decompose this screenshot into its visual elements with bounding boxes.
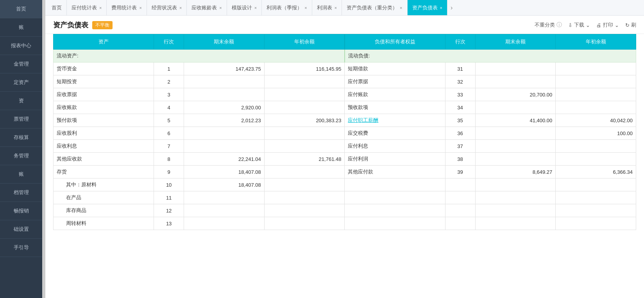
tab-close-balance[interactable]: ×	[440, 5, 442, 10]
asset-label-4: 应收账款	[54, 101, 154, 114]
end-balance-5: 2,012.23	[184, 114, 265, 127]
col-row-num: 行次	[154, 34, 184, 50]
start-balance-3	[264, 88, 345, 101]
end-balance-2	[184, 75, 265, 88]
refresh-btn[interactable]: ↻ 刷	[625, 21, 636, 29]
help-icon: ⓘ	[556, 21, 562, 29]
tab-payables[interactable]: 应付统计表 ×	[67, 0, 107, 16]
row-num-7: 7	[154, 140, 184, 153]
start-balance-2	[264, 75, 345, 88]
sidebar-item-cash[interactable]: 金管理	[0, 55, 42, 73]
start-balance-10	[264, 178, 345, 191]
liability-end-5: 41,400.00	[475, 114, 556, 127]
liability-start-5: 40,042.00	[556, 114, 636, 127]
asset-label-7: 应收利息	[54, 140, 154, 153]
tab-expenses[interactable]: 费用统计表 ×	[107, 0, 147, 16]
table-row: 在产品 11	[54, 191, 636, 204]
tab-home[interactable]: 首页	[47, 0, 67, 16]
sidebar-item-assets[interactable]: 定资产	[0, 73, 42, 92]
liability-row-11	[445, 191, 475, 204]
sidebar-item-guide[interactable]: 手引导	[0, 239, 42, 257]
liability-start-9: 6,366.34	[556, 166, 636, 178]
table-row: 应收账款 4 2,920.00 预收款项 34	[54, 101, 636, 114]
sidebar-item-tax[interactable]: 务管理	[0, 147, 42, 165]
tab-close-template[interactable]: ×	[254, 5, 257, 10]
start-balance-12	[264, 204, 345, 217]
liability-end-1	[475, 62, 556, 75]
asset-label-1: 货币资金	[54, 62, 154, 75]
sidebar-item-inventory[interactable]: 存核算	[0, 128, 42, 147]
start-balance-9	[264, 166, 345, 178]
sidebar-item-home[interactable]: 首页	[0, 0, 42, 18]
asset-label-12: 库存商品	[54, 204, 154, 217]
liability-label-11	[345, 191, 445, 204]
start-balance-11	[264, 191, 345, 204]
liability-label-3: 应付账款	[345, 88, 445, 101]
table-row: 周转材料 13	[54, 217, 636, 230]
asset-label-9: 存货	[54, 166, 154, 178]
row-num-4: 4	[154, 101, 184, 114]
end-balance-12	[184, 204, 265, 217]
tab-close-profit-q[interactable]: ×	[304, 5, 307, 10]
sidebar-item-reports[interactable]: 报表中心	[0, 37, 42, 55]
tab-close-operations[interactable]: ×	[179, 5, 182, 10]
table-row: 其中：原材料 10 18,407.08	[54, 178, 636, 191]
page-title: 资产负债表	[53, 20, 88, 30]
tab-close-aging[interactable]: ×	[219, 5, 222, 10]
liability-label-13	[345, 217, 445, 230]
start-balance-13	[264, 217, 345, 230]
sidebar-item-archive[interactable]: 档管理	[0, 184, 42, 202]
tab-profit[interactable]: 利润表 ×	[312, 0, 342, 16]
tab-profit-quarterly[interactable]: 利润表（季报） ×	[262, 0, 312, 16]
asset-label-3: 应收票据	[54, 88, 154, 101]
end-balance-3	[184, 88, 265, 101]
tab-balance-reclassified[interactable]: 资产负债表（重分类） ×	[342, 0, 407, 16]
liability-row-5: 35	[445, 114, 475, 127]
liability-row-1: 31	[445, 62, 475, 75]
tab-scroll-right[interactable]: ›	[447, 4, 456, 11]
sidebar-item-invoice[interactable]: 票管理	[0, 110, 42, 128]
tab-balance[interactable]: 资产负债表 ×	[408, 0, 447, 16]
refresh-icon: ↻	[625, 22, 630, 28]
row-num-11: 11	[154, 191, 184, 204]
page-header: 资产负债表 不平衡 不重分类 ⓘ ⇩ 下载 ⌄ 🖨 打印 ⌄ ↻ 刷	[45, 16, 644, 34]
sidebar-item-expense[interactable]: 畅报销	[0, 202, 42, 220]
print-icon: 🖨	[596, 22, 601, 28]
liability-end-6	[475, 127, 556, 140]
row-num-3: 3	[154, 88, 184, 101]
tab-close-profit[interactable]: ×	[335, 5, 337, 10]
print-btn[interactable]: 🖨 打印 ⌄	[596, 21, 619, 29]
sidebar-item-account[interactable]: 账	[0, 165, 42, 184]
tab-close-payables[interactable]: ×	[99, 5, 102, 10]
page-header-left: 资产负债表 不平衡	[53, 20, 113, 30]
liability-start-7	[556, 140, 636, 153]
table-container: 资产 行次 期末余额 年初余额 负债和所有者权益 行次 期末余额 年初余额 流动…	[45, 34, 644, 298]
row-num-9: 9	[154, 166, 184, 178]
table-row: 其他应收款 8 22,241.04 21,761.48 应付利润 38	[54, 153, 636, 166]
liability-row-13	[445, 217, 475, 230]
liability-row-6: 36	[445, 127, 475, 140]
not-reclassify-btn[interactable]: 不重分类 ⓘ	[535, 21, 562, 29]
tab-operations[interactable]: 经营状况表 ×	[147, 0, 187, 16]
tab-close-expenses[interactable]: ×	[139, 5, 141, 10]
liability-end-11	[475, 191, 556, 204]
liability-label-12	[345, 204, 445, 217]
asset-label-13: 周转材料	[54, 217, 154, 230]
sidebar-item-ledger[interactable]: 账	[0, 18, 42, 37]
asset-label-5: 预付款项	[54, 114, 154, 127]
liability-row-9: 39	[445, 166, 475, 178]
tab-close-balance-r[interactable]: ×	[400, 5, 402, 10]
row-num-6: 6	[154, 127, 184, 140]
liability-start-2	[556, 75, 636, 88]
tab-template[interactable]: 模版设计 ×	[227, 0, 262, 16]
main-content: 首页 应付统计表 × 费用统计表 × 经营状况表 × 应收账龄表 × 模版设计 …	[45, 0, 644, 298]
liability-end-2	[475, 75, 556, 88]
sidebar-item-settings[interactable]: 础设置	[0, 220, 42, 239]
liability-start-13	[556, 217, 636, 230]
download-btn[interactable]: ⇩ 下载 ⌄	[568, 21, 590, 29]
sidebar-item-capital[interactable]: 资	[0, 92, 42, 110]
asset-label-10: 其中：原材料	[54, 178, 154, 191]
col-row-num2: 行次	[445, 34, 475, 50]
page-header-right: 不重分类 ⓘ ⇩ 下载 ⌄ 🖨 打印 ⌄ ↻ 刷	[535, 21, 636, 29]
tab-aging[interactable]: 应收账龄表 ×	[187, 0, 227, 16]
